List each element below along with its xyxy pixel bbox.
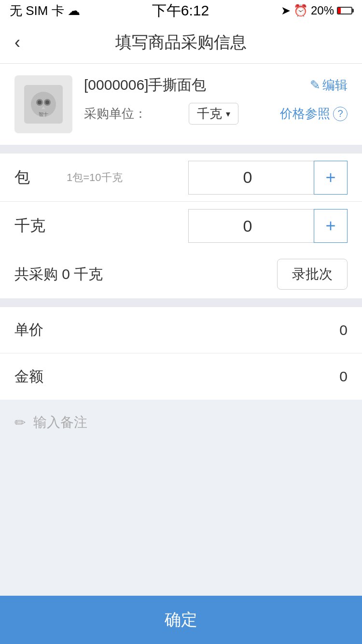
price-ref-button[interactable]: 价格参照 ? bbox=[280, 105, 348, 122]
amount-value: 0 bbox=[339, 368, 348, 385]
battery-percent: 20% bbox=[311, 4, 334, 17]
unit-value: 千克 bbox=[197, 105, 222, 122]
page-title: 填写商品采购信息 bbox=[115, 31, 247, 54]
edit-label: 编辑 bbox=[322, 77, 348, 94]
product-info: [0000006]手撕面包 ✎ 编辑 采购单位： 千克 ▾ 价格参照 ? bbox=[84, 75, 348, 125]
total-row: 共采购 0 千克 录批次 bbox=[0, 250, 362, 298]
status-bar: 无 SIM 卡 ☁ 下午6:12 ➤ ⏰ 20% bbox=[0, 0, 362, 21]
bag-sublabel: 1包=10千克 bbox=[67, 170, 188, 185]
empty-area bbox=[0, 445, 362, 609]
status-right: ➤ ⏰ 20% bbox=[281, 4, 352, 17]
price-ref-label: 价格参照 bbox=[280, 105, 330, 122]
bag-input-control: + bbox=[188, 161, 348, 195]
nav-bar: ‹ 填写商品采购信息 bbox=[0, 21, 362, 64]
alarm-icon: ⏰ bbox=[293, 4, 308, 17]
location-icon: ➤ bbox=[281, 4, 291, 17]
battery-icon bbox=[337, 7, 352, 14]
divider-2 bbox=[0, 298, 362, 307]
total-text: 共采购 0 千克 bbox=[14, 265, 103, 284]
price-section: 单价 0 金额 0 bbox=[0, 307, 362, 400]
edit-button[interactable]: ✎ 编辑 bbox=[310, 77, 348, 94]
kg-input-row: 千克 + bbox=[0, 202, 362, 250]
bag-plus-button[interactable]: + bbox=[314, 161, 348, 195]
unit-price-value: 0 bbox=[339, 322, 348, 338]
status-left: 无 SIM 卡 ☁ bbox=[10, 2, 80, 19]
unit-price-row: 单价 0 bbox=[0, 307, 362, 353]
owl-logo-icon: 智十 bbox=[29, 90, 58, 119]
input-section: 包 1包=10千克 + 千克 + bbox=[0, 154, 362, 250]
remark-section[interactable]: ✏ 输入备注 bbox=[0, 400, 362, 445]
amount-label: 金额 bbox=[14, 367, 43, 387]
product-name-row: [0000006]手撕面包 ✎ 编辑 bbox=[84, 75, 348, 95]
help-icon: ? bbox=[333, 107, 348, 121]
kg-input-control: + bbox=[188, 209, 348, 243]
product-card: 智十 [0000006]手撕面包 ✎ 编辑 采购单位： 千克 ▾ 价格参照 ? bbox=[0, 64, 362, 145]
remark-placeholder: 输入备注 bbox=[33, 413, 87, 432]
dropdown-icon: ▾ bbox=[226, 109, 230, 119]
unit-label: 采购单位： bbox=[84, 105, 147, 122]
svg-point-3 bbox=[38, 100, 42, 104]
status-time: 下午6:12 bbox=[152, 1, 209, 21]
back-button[interactable]: ‹ bbox=[14, 32, 20, 53]
svg-point-4 bbox=[45, 100, 49, 104]
confirm-label: 确定 bbox=[165, 609, 197, 631]
amount-row: 金额 0 bbox=[0, 353, 362, 400]
svg-text:智十: 智十 bbox=[39, 112, 48, 117]
bag-input[interactable] bbox=[188, 161, 314, 195]
product-logo: 智十 bbox=[24, 85, 63, 124]
kg-input[interactable] bbox=[188, 209, 314, 243]
divider-1 bbox=[0, 145, 362, 154]
kg-label: 千克 bbox=[14, 215, 63, 237]
bag-label: 包 bbox=[14, 167, 63, 188]
confirm-button[interactable]: 确定 bbox=[0, 596, 362, 644]
product-name: [0000006]手撕面包 bbox=[84, 75, 206, 95]
pencil-icon: ✏ bbox=[14, 415, 26, 431]
unit-row: 采购单位： 千克 ▾ 价格参照 ? bbox=[84, 103, 348, 125]
product-image: 智十 bbox=[14, 75, 72, 133]
unit-price-label: 单价 bbox=[14, 320, 43, 340]
bag-input-row: 包 1包=10千克 + bbox=[0, 154, 362, 202]
batch-button[interactable]: 录批次 bbox=[277, 259, 348, 290]
sim-signal: 无 SIM 卡 ☁ bbox=[10, 2, 80, 19]
kg-plus-button[interactable]: + bbox=[314, 209, 348, 243]
unit-select[interactable]: 千克 ▾ bbox=[189, 103, 238, 125]
edit-icon: ✎ bbox=[310, 78, 320, 93]
